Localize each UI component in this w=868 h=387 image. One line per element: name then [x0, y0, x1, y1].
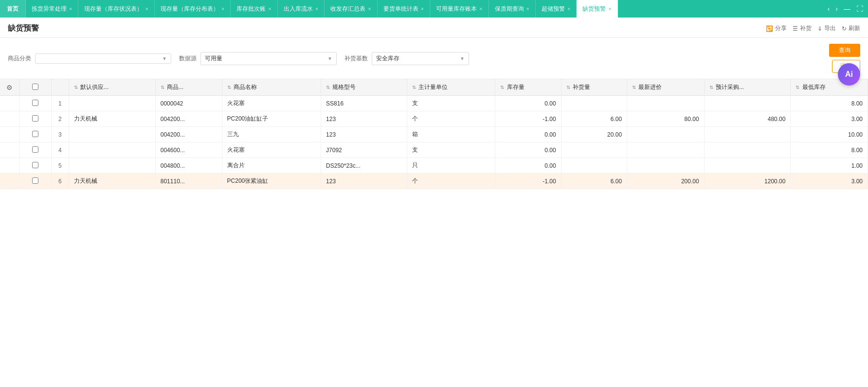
- tab-close-stockout[interactable]: ×: [608, 6, 611, 12]
- table-cell: 1.00: [791, 158, 868, 174]
- table-cell: DS250*23c...: [321, 158, 407, 174]
- tab-item-exception[interactable]: 拣货异常处理×: [26, 0, 78, 18]
- tab-item-demand-stat[interactable]: 要货单统计表×: [378, 0, 430, 18]
- category-select[interactable]: ▼: [35, 53, 171, 64]
- sort-icon: ⇅: [632, 85, 636, 90]
- tab-item-in-out-flow[interactable]: 出入库流水×: [278, 0, 325, 18]
- tab-close-overstock[interactable]: ×: [567, 6, 570, 12]
- export-button[interactable]: ⇓ 导出: [817, 24, 836, 33]
- data-table: ⚙ ⇅ 默认供应... ⇅ 商品... ⇅: [0, 79, 868, 189]
- tab-close-inventory-status[interactable]: ×: [145, 6, 148, 12]
- table-cell: [627, 127, 705, 142]
- table-cell: -1.00: [495, 111, 561, 127]
- table-cell: 004200...: [155, 111, 222, 127]
- ai-assistant-button[interactable]: Ai: [838, 63, 860, 86]
- table-cell: 004800...: [155, 158, 222, 174]
- table-cell: [69, 142, 155, 158]
- column-replenish-qty[interactable]: ⇅ 补货量: [561, 79, 627, 96]
- row-checkbox[interactable]: [19, 111, 51, 127]
- table-cell: 火花塞: [222, 96, 321, 111]
- share-button[interactable]: 🔁 分享: [766, 24, 787, 33]
- table-cell: [69, 96, 155, 111]
- table-cell: PC200张紧油缸: [222, 174, 321, 189]
- column-default-supplier[interactable]: ⇅ 默认供应...: [69, 79, 155, 96]
- replenish-button[interactable]: ☰ 补货: [793, 24, 812, 33]
- refresh-label: 刷新: [849, 24, 860, 33]
- table-cell: 三九: [222, 127, 321, 142]
- sort-icon: ⇅: [500, 85, 504, 90]
- tab-item-inventory-dist[interactable]: 现存量（库存分布表）×: [155, 0, 231, 18]
- tab-close-demand-stat[interactable]: ×: [421, 6, 424, 12]
- tab-nav-buttons: ‹ › — ⛶: [825, 4, 868, 14]
- category-filter-group: 商品分类 ▼: [8, 53, 171, 64]
- column-spec[interactable]: ⇅ 规格型号: [321, 79, 407, 96]
- category-label: 商品分类: [8, 54, 31, 63]
- table-cell: 004200...: [155, 127, 222, 142]
- table-cell: -1.00: [495, 174, 561, 189]
- replenish-base-select[interactable]: 安全库存 ▼: [372, 52, 469, 65]
- tab-close-recv-summary[interactable]: ×: [368, 6, 371, 12]
- column-est-purchase[interactable]: ⇅ 预计采购...: [704, 79, 791, 96]
- replenish-base-select-value: 安全库存: [376, 54, 399, 63]
- column-checkbox: [19, 79, 51, 96]
- table-body: 10000042火花塞SS816支0.008.002力天机械004200...P…: [0, 96, 868, 189]
- tab-close-available-ledger[interactable]: ×: [479, 6, 482, 12]
- sort-icon: ⇅: [796, 85, 799, 90]
- tab-item-batch-account[interactable]: 库存批次账×: [231, 0, 277, 18]
- select-all-checkbox[interactable]: [32, 84, 38, 90]
- column-rownum: [51, 79, 69, 96]
- table-cell: 20.00: [561, 127, 627, 142]
- table-cell: 480.00: [704, 111, 791, 127]
- category-chevron-icon: ▼: [162, 56, 167, 61]
- tab-close-inventory-dist[interactable]: ×: [221, 6, 224, 12]
- tab-item-expiry-query[interactable]: 保质期查询×: [489, 0, 536, 18]
- datasource-select-value: 可用量: [205, 54, 222, 63]
- table-cell: 离合片: [222, 158, 321, 174]
- tab-item-available-ledger[interactable]: 可用量库存账本×: [430, 0, 488, 18]
- table-cell: 123: [321, 127, 407, 142]
- table-cell: [704, 96, 791, 111]
- export-icon: ⇓: [817, 25, 822, 32]
- tab-minimize-button[interactable]: —: [841, 4, 853, 14]
- page-header: 缺货预警 🔁 分享 ☰ 补货 ⇓ 导出 ↻ 刷新: [0, 18, 868, 38]
- tab-item-recv-summary[interactable]: 收发存汇总表×: [325, 0, 377, 18]
- row-checkbox[interactable]: [19, 127, 51, 142]
- page-title: 缺货预警: [8, 23, 39, 34]
- tab-item-home[interactable]: 首页: [0, 0, 26, 18]
- table-cell: [627, 158, 705, 174]
- table-cell: 1: [51, 96, 69, 111]
- column-product-name[interactable]: ⇅ 商品名称: [222, 79, 321, 96]
- table-cell: 8.00: [791, 142, 868, 158]
- table-cell: [0, 96, 19, 111]
- tab-prev-button[interactable]: ‹: [825, 4, 833, 14]
- column-unit[interactable]: ⇅ 主计量单位: [407, 79, 495, 96]
- table-row: 4004600...火花塞J7092支0.008.00: [0, 142, 868, 158]
- table-cell: [627, 96, 705, 111]
- column-settings[interactable]: ⚙: [0, 79, 19, 96]
- table-cell: 3.00: [791, 111, 868, 127]
- table-cell: 0.00: [495, 158, 561, 174]
- row-checkbox[interactable]: [19, 142, 51, 158]
- tab-close-batch-account[interactable]: ×: [268, 6, 271, 12]
- tab-item-overstock[interactable]: 超储预警×: [536, 0, 577, 18]
- tab-close-exception[interactable]: ×: [69, 6, 72, 12]
- tab-close-expiry-query[interactable]: ×: [526, 6, 529, 12]
- tab-close-in-out-flow[interactable]: ×: [315, 6, 318, 12]
- sort-icon: ⇅: [709, 85, 713, 90]
- column-stock-qty[interactable]: ⇅ 库存量: [495, 79, 561, 96]
- row-checkbox[interactable]: [19, 174, 51, 189]
- row-checkbox[interactable]: [19, 96, 51, 111]
- tab-bar: 首页拣货异常处理×现存量（库存状况表）×现存量（库存分布表）×库存批次账×出入库…: [0, 0, 868, 18]
- tab-item-inventory-status[interactable]: 现存量（库存状况表）×: [78, 0, 154, 18]
- datasource-select[interactable]: 可用量 ▼: [200, 52, 337, 65]
- refresh-button[interactable]: ↻ 刷新: [842, 24, 860, 33]
- gear-icon[interactable]: ⚙: [6, 84, 13, 91]
- tab-maximize-button[interactable]: ⛶: [853, 4, 866, 14]
- column-product-code[interactable]: ⇅ 商品...: [155, 79, 222, 96]
- tab-next-button[interactable]: ›: [832, 4, 841, 14]
- row-checkbox[interactable]: [19, 158, 51, 174]
- tab-item-stockout[interactable]: 缺货预警×: [577, 0, 617, 18]
- column-latest-price[interactable]: ⇅ 最新进价: [627, 79, 705, 96]
- refresh-icon: ↻: [842, 25, 847, 32]
- query-button[interactable]: 查询: [829, 44, 860, 57]
